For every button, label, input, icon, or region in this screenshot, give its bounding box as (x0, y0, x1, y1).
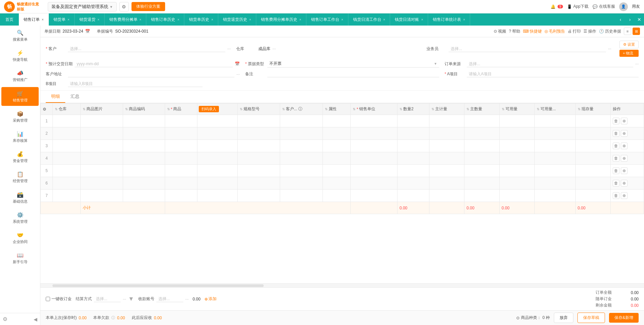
nav-tab-return-goods[interactable]: 销货退货 × (75, 13, 105, 26)
remarks-input[interactable] (267, 71, 439, 77)
nav-tab-sales-expense[interactable]: 销售费用分摊单 × (105, 13, 147, 26)
col-spec[interactable]: ⇅ 规格型号 (238, 104, 280, 115)
nav-prev-btn[interactable]: ‹ (616, 13, 625, 26)
nav-tab-goods-history[interactable]: 销货单历史 × (184, 13, 218, 26)
one-click-checkbox[interactable] (46, 297, 50, 301)
row-delete-btn[interactable]: 🗑 (613, 143, 619, 149)
col-available2[interactable]: ⇅ 可用量... (534, 104, 575, 115)
save-new-btn[interactable]: 保存&新增 (609, 313, 639, 323)
sidebar-item-sales[interactable]: 🛒 销售管理 (1, 87, 39, 106)
address-dots-btn[interactable]: ··· (236, 72, 240, 77)
settlement-dots-btn[interactable]: ··· (123, 297, 126, 301)
system-gear-btn[interactable]: ⚙ (119, 2, 129, 11)
scan-entry-btn[interactable]: 扫码录入 (199, 106, 219, 112)
row-delete-btn[interactable]: 🗑 (613, 167, 619, 174)
nav-tab-expense-history[interactable]: 销售费用分摊单历史 × (256, 13, 306, 26)
row-copy-btn[interactable]: ⊕ (621, 180, 628, 187)
sidebar-item-search[interactable]: 🔍 搜索菜单 (1, 26, 39, 45)
row-copy-btn[interactable]: ⊕ (621, 167, 628, 174)
col-main-unit[interactable]: ⇅ 主计量 (429, 104, 464, 115)
col-current-qty[interactable]: ⇅ 现存量 (575, 104, 610, 115)
row-copy-btn[interactable]: ⊕ (621, 143, 628, 149)
col-settings[interactable]: ⚙ (41, 104, 53, 115)
sidebar-item-enterprise[interactable]: 🤝 企业协同 (1, 229, 39, 247)
sidebar-item-stock[interactable]: 📊 库存核算 (1, 127, 39, 146)
order-source-dots-btn[interactable]: ··· (635, 62, 639, 66)
list-view-btn[interactable]: ≡ (624, 28, 631, 35)
col-main-qty[interactable]: ⇅ 主数量 (464, 104, 499, 115)
date-picker-icon[interactable]: 📅 (85, 29, 90, 34)
grid-view-btn[interactable]: ⊞ (633, 28, 640, 35)
col-product[interactable]: ⇅ *商品 (165, 104, 197, 115)
nav-tab-order-workbench[interactable]: 销售订单工作台 × (306, 13, 348, 26)
tab-detail[interactable]: 明细 (46, 91, 65, 103)
col-attribute[interactable]: ⇅ 属性 (323, 104, 351, 115)
nav-tab-return-history[interactable]: 销货退货历史 × (218, 13, 256, 26)
scroll-bar[interactable] (40, 283, 644, 287)
sidebar-item-quicknav[interactable]: ⚡ 快捷导航 (1, 46, 39, 65)
col-scan[interactable]: 扫码录入 (197, 104, 238, 115)
row-copy-btn[interactable]: ⊕ (621, 130, 628, 137)
salesperson-input[interactable] (449, 46, 606, 52)
settlement-arrow[interactable]: ▼ (128, 295, 134, 302)
sidebar-item-sysmanage[interactable]: ⚙️ 系统管理 (1, 208, 39, 227)
sidebar-item-operation[interactable]: 📋 经营管理 (1, 168, 39, 187)
row-copy-btn[interactable]: ⊕ (621, 118, 628, 124)
invoice-type-select[interactable]: 不开票 ▼ (267, 60, 439, 68)
row-delete-btn[interactable]: 🗑 (613, 192, 619, 199)
account-input[interactable] (156, 296, 183, 302)
customer-input[interactable] (68, 46, 225, 52)
online-service-btn[interactable]: 💬 在线客服 (593, 4, 615, 9)
nav-tab-sales-goods[interactable]: 销货单 × (49, 13, 75, 26)
nav-tab-cash-workbench[interactable]: 钱货日清工作台 × (348, 13, 390, 26)
a-project-input[interactable] (467, 71, 639, 77)
nav-tab-home[interactable]: 首页 (0, 13, 19, 26)
account-dots-btn[interactable]: ··· (185, 297, 189, 301)
sidebar-item-finance[interactable]: 💰 资金管理 (1, 148, 39, 166)
order-source-input[interactable] (467, 61, 633, 67)
operations-btn[interactable]: ☰ 操作 (583, 29, 596, 34)
solution-btn[interactable]: 体验行业方案 (131, 2, 165, 11)
row-copy-btn[interactable]: ⊕ (621, 155, 628, 162)
col-warehouse[interactable]: ⇅ 仓库 (53, 104, 81, 115)
salesperson-dots-btn[interactable]: ··· (608, 46, 611, 51)
nav-tab-stats[interactable]: 销售订单统计表 × (428, 13, 470, 26)
view-video-btn[interactable]: ⊙ 视频 (494, 29, 506, 34)
nav-close-all-btn[interactable]: ✕ (635, 13, 644, 26)
col-customer-code[interactable]: ⇅ 客户... ⓘ (280, 104, 323, 115)
address-input[interactable] (68, 71, 234, 77)
settlement-input[interactable] (94, 296, 121, 302)
b-project-input[interactable] (68, 81, 202, 87)
sidebar-item-purchase[interactable]: 📦 采购管理 (1, 107, 39, 126)
app-download-btn[interactable]: 📱 App下载 (567, 4, 589, 9)
user-avatar[interactable]: 👤 (619, 2, 628, 11)
settings-btn[interactable]: ⚙ 设置 (619, 41, 639, 48)
save-draft-btn[interactable]: 保存草稿 (577, 313, 605, 323)
col-sales-unit[interactable]: ⇅ *销售单位 (351, 104, 397, 115)
delivery-date-input[interactable] (75, 61, 233, 67)
help-btn[interactable]: ? 帮助 (509, 29, 520, 34)
one-click-payment-check[interactable]: 一键收订金 (46, 296, 72, 302)
col-product-code[interactable]: ⇅ 商品编码 (123, 104, 165, 115)
col-available-qty[interactable]: ⇅ 可用量 (499, 104, 534, 115)
nav-tab-sales-order[interactable]: 销售订单 × (19, 13, 49, 26)
row-copy-btn[interactable]: ⊕ (621, 192, 628, 199)
profit-forecast-btn[interactable]: ◎ 毛利预告 (544, 29, 565, 34)
tab-summary[interactable]: 汇总 (65, 91, 85, 103)
sidebar-item-marketing[interactable]: 📣 营销推广 (1, 67, 39, 85)
discard-btn[interactable]: 放弃 (554, 313, 573, 323)
scroll-thumb[interactable] (52, 284, 264, 287)
notification-btn[interactable]: 🔔 9 (551, 4, 563, 9)
nav-tab-sales-order-history[interactable]: 销售订单历史 × (146, 13, 184, 26)
sidebar-collapse-btn[interactable]: ◀ (34, 317, 37, 322)
nav-next-btn[interactable]: › (625, 13, 635, 26)
customer-dots-btn[interactable]: ··· (227, 46, 231, 51)
row-delete-btn[interactable]: 🗑 (613, 118, 619, 124)
add-payment-btn[interactable]: ⊕ 添加 (204, 296, 217, 302)
shortcut-btn[interactable]: ⌨ 快捷键 (523, 29, 542, 34)
nav-tab-cash-reconcile[interactable]: 钱货日清对账 × (390, 13, 428, 26)
logistics-btn[interactable]: + 物流 (619, 50, 639, 57)
print-btn[interactable]: 🖨 打印 (568, 29, 581, 34)
col-product-img[interactable]: ⇅ 商品图片 (81, 104, 123, 115)
history-btn[interactable]: 🕐 历史单据 (599, 29, 621, 34)
